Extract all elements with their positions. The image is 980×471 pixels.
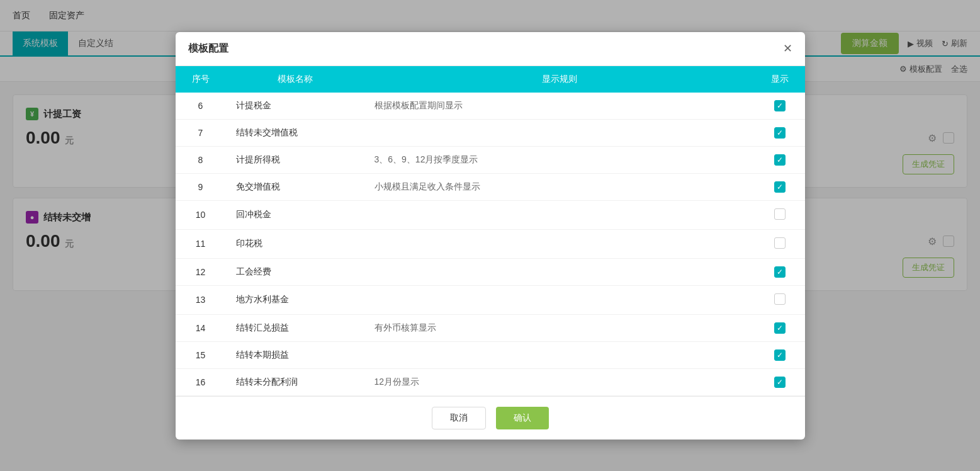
cell-name: 工会经费 — [226, 258, 364, 285]
table-row: 13地方水利基金 — [176, 285, 805, 314]
table-row: 10回冲税金 — [176, 200, 805, 229]
cell-name: 计提税金 — [226, 93, 364, 120]
cell-rule — [364, 258, 755, 285]
row-checkbox[interactable] — [774, 181, 786, 193]
row-checkbox[interactable] — [774, 237, 786, 249]
cell-name: 免交增值税 — [226, 173, 364, 200]
row-checkbox[interactable] — [774, 349, 786, 361]
cell-rule: 根据模板配置期间显示 — [364, 93, 755, 120]
cell-seq: 15 — [176, 341, 226, 368]
cell-checkbox — [755, 258, 805, 285]
cell-seq: 7 — [176, 119, 226, 146]
table-body: 6计提税金根据模板配置期间显示7结转未交增值税8计提所得税3、6、9、12月按季… — [176, 93, 805, 396]
row-checkbox[interactable] — [774, 154, 786, 166]
cell-name: 计提所得税 — [226, 146, 364, 173]
table-row: 9免交增值税小规模且满足收入条件显示 — [176, 173, 805, 200]
cell-name: 结转未交增值税 — [226, 119, 364, 146]
cell-name: 结转未分配利润 — [226, 368, 364, 395]
col-rule: 显示规则 — [364, 66, 755, 93]
table-row: 15结转本期损益 — [176, 341, 805, 368]
cell-seq: 11 — [176, 229, 226, 258]
row-checkbox[interactable] — [774, 377, 786, 388]
cell-checkbox — [755, 285, 805, 314]
table-row: 11印花税 — [176, 229, 805, 258]
cell-checkbox — [755, 314, 805, 341]
col-display: 显示 — [755, 66, 805, 93]
row-checkbox[interactable] — [774, 208, 786, 220]
row-checkbox[interactable] — [774, 127, 786, 139]
table-row: 7结转未交增值税 — [176, 119, 805, 146]
modal-overlay: 模板配置 ✕ 序号 模板名称 显示规则 显示 6计提税金根据模板配置期间显示7结… — [0, 0, 980, 471]
cell-name: 结转本期损益 — [226, 341, 364, 368]
cell-name: 结转汇兑损益 — [226, 314, 364, 341]
modal-close-button[interactable]: ✕ — [783, 43, 792, 54]
cell-rule: 有外币核算显示 — [364, 314, 755, 341]
col-name: 模板名称 — [226, 66, 364, 93]
cell-checkbox — [755, 119, 805, 146]
config-table: 序号 模板名称 显示规则 显示 6计提税金根据模板配置期间显示7结转未交增值税8… — [176, 66, 805, 396]
row-checkbox[interactable] — [774, 266, 786, 278]
cell-rule — [364, 119, 755, 146]
cell-name: 回冲税金 — [226, 200, 364, 229]
cancel-button[interactable]: 取消 — [432, 407, 486, 429]
modal-title: 模板配置 — [188, 42, 228, 55]
col-seq: 序号 — [176, 66, 226, 93]
table-row: 14结转汇兑损益有外币核算显示 — [176, 314, 805, 341]
cell-seq: 9 — [176, 173, 226, 200]
cell-checkbox — [755, 200, 805, 229]
cell-seq: 14 — [176, 314, 226, 341]
row-checkbox[interactable] — [774, 293, 786, 305]
table-row: 16结转未分配利润12月份显示 — [176, 368, 805, 395]
table-header: 序号 模板名称 显示规则 显示 — [176, 66, 805, 93]
cell-seq: 13 — [176, 285, 226, 314]
cell-rule — [364, 341, 755, 368]
table-row: 8计提所得税3、6、9、12月按季度显示 — [176, 146, 805, 173]
cell-rule — [364, 285, 755, 314]
cell-checkbox — [755, 229, 805, 258]
row-checkbox[interactable] — [774, 100, 786, 111]
cell-rule: 3、6、9、12月按季度显示 — [364, 146, 755, 173]
cell-rule — [364, 200, 755, 229]
modal-body: 序号 模板名称 显示规则 显示 6计提税金根据模板配置期间显示7结转未交增值税8… — [176, 66, 805, 396]
cell-checkbox — [755, 93, 805, 120]
cell-rule — [364, 229, 755, 258]
cell-name: 印花税 — [226, 229, 364, 258]
cell-rule: 小规模且满足收入条件显示 — [364, 173, 755, 200]
cell-rule: 12月份显示 — [364, 368, 755, 395]
cell-seq: 16 — [176, 368, 226, 395]
template-config-modal: 模板配置 ✕ 序号 模板名称 显示规则 显示 6计提税金根据模板配置期间显示7结… — [176, 32, 805, 440]
cell-seq: 10 — [176, 200, 226, 229]
cell-checkbox — [755, 341, 805, 368]
cell-seq: 6 — [176, 93, 226, 120]
cell-seq: 8 — [176, 146, 226, 173]
table-row: 6计提税金根据模板配置期间显示 — [176, 93, 805, 120]
modal-footer: 取消 确认 — [176, 396, 805, 440]
cell-name: 地方水利基金 — [226, 285, 364, 314]
modal-header: 模板配置 ✕ — [176, 32, 805, 66]
cell-seq: 12 — [176, 258, 226, 285]
cell-checkbox — [755, 173, 805, 200]
cell-checkbox — [755, 368, 805, 395]
cell-checkbox — [755, 146, 805, 173]
table-row: 12工会经费 — [176, 258, 805, 285]
confirm-button[interactable]: 确认 — [496, 407, 549, 429]
row-checkbox[interactable] — [774, 322, 786, 334]
